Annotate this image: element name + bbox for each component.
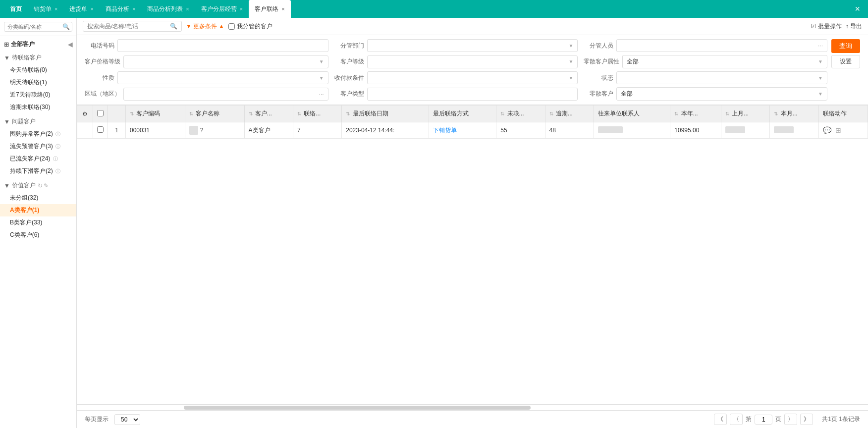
sidebar-item-overdue-contact[interactable]: 逾期未联络(30) [0,101,76,113]
filter-customer-type-label: 客户类型 [334,90,364,98]
row-checkbox[interactable] [97,126,104,133]
filter-phone: 电话号码 [85,39,328,52]
sidebar-search-area: 🔍 [0,18,76,36]
sidebar-item-hoarding-anomaly[interactable]: 囤购异常客户(2) ⓘ [0,128,76,140]
table-footer: 每页显示 50 《 〈 第 页 〉 》 共1页 1条记录 [77,410,868,428]
sidebar-item-churned[interactable]: 已流失客户(24) ⓘ [0,153,76,165]
filter-status-select[interactable]: ▼ [616,71,827,84]
section-value-customers-title[interactable]: ▼ 价值客户 ↻ ✎ [0,179,76,192]
nav-tab-customer-segment[interactable]: 客户分层经营 × [195,0,249,18]
sidebar-collapse-icon[interactable]: ◀ [68,41,72,48]
close-goods-analysis-list-tab[interactable]: × [186,6,189,12]
page-number-input[interactable] [755,415,772,425]
search-input[interactable] [87,23,168,30]
filter-nature: 性质 ▼ [85,71,328,84]
filter-retail-attr-label: 零散客户属性 [584,57,619,66]
batch-op-button[interactable]: ☑ 批量操作 [811,22,841,31]
filter-manager-select[interactable]: ··· [616,39,827,52]
page-next-button[interactable]: 〉 [784,414,797,425]
nav-tab-sales[interactable]: 销货单 × [28,0,63,18]
row-check-cell[interactable] [93,122,108,139]
my-customers-checkbox[interactable] [228,23,235,30]
close-customer-segment-tab[interactable]: × [240,6,243,12]
filter-price-level-select[interactable]: ▼ [123,55,328,68]
row-type-cell: A类客户 [244,122,293,139]
filter-customer-level-select[interactable]: ▼ [367,55,578,68]
last-contact-method-link[interactable]: 下销货单 [433,127,457,134]
sidebar-item-7days-contact[interactable]: 近7天待联络(0) [0,89,76,101]
filter-phone-input[interactable] [117,39,328,52]
section-pending-contact-title[interactable]: ▼ 待联络客户 [0,52,76,64]
col-contact-header[interactable]: ⇅ 联络... [293,106,341,122]
col-check-header[interactable] [93,106,108,122]
section-problem-customers-title[interactable]: ▼ 问题客户 [0,115,76,128]
section-arrow-icon2: ▼ [4,118,10,125]
export-button[interactable]: ↑ 导出 [846,22,862,31]
nav-tab-home[interactable]: 首页 [4,0,28,18]
page-last-button[interactable]: 》 [800,414,813,425]
filter-customer-type: 客户类型 [334,88,578,101]
close-customer-contact-tab[interactable]: × [281,6,284,12]
app-close-button[interactable]: × [851,4,864,14]
col-last-contact-date-header[interactable]: ⇅ 最后联络日期 [342,106,429,122]
select-all-checkbox[interactable] [97,110,104,116]
sidebar-item-class-a[interactable]: A类客户(1) [0,204,76,216]
col-no-contact-header[interactable]: ⇅ 未联... [496,106,545,122]
sidebar-item-churn-warning[interactable]: 流失预警客户(3) ⓘ [0,140,76,153]
sort-icon4: ⇅ [297,111,301,116]
filter-retail-customer-select[interactable]: 全部 ▼ [616,87,827,101]
filter-row-2: 客户价格等级 ▼ 客户等级 ▼ [85,55,827,68]
page-first-button[interactable]: 《 [714,414,727,425]
edit-group-icon[interactable]: ✎ [44,182,49,189]
col-name-header[interactable]: ⇅ 客户名称 [185,106,244,122]
search-bar: 🔍 ▼ 更多条件 ▲ 我分管的客户 ☑ 批量操作 ↑ 导出 [77,18,868,35]
page-prev-button[interactable]: 〈 [730,414,743,425]
search-input-wrap[interactable]: 🔍 [83,21,182,32]
horizontal-scrollbar[interactable] [184,406,531,410]
col-type-header[interactable]: ⇅ 客户... [244,106,293,122]
info-icon-4: ⓘ [55,168,60,174]
sidebar-item-class-c[interactable]: C类客户(6) [0,229,76,241]
sidebar-item-class-b[interactable]: B类客户(33) [0,216,76,229]
close-purchase-tab[interactable]: × [90,6,93,12]
filter-dept-select[interactable]: ▼ [367,39,578,52]
nav-tab-customer-contact[interactable]: 客户联络 × [249,0,290,18]
page-label: 第 [746,415,752,424]
col-overdue-header[interactable]: ⇅ 逾期... [545,106,594,122]
nav-tab-goods-analysis[interactable]: 商品分析 × [100,0,141,18]
sidebar-item-today-contact[interactable]: 今天待联络(0) [0,64,76,76]
customer-avatar [189,126,198,135]
section-problem-customers: ▼ 问题客户 囤购异常客户(2) ⓘ 流失预警客户(3) ⓘ 已流失客户(24)… [0,114,76,178]
settings-button[interactable]: 设置 [831,55,860,68]
query-button[interactable]: 查询 [831,39,860,53]
filter-retail-attr-select[interactable]: 全部 ▼ [622,55,827,68]
col-last-contact-method-header[interactable]: 最后联络方式 [429,106,496,122]
sidebar-all-customers-header[interactable]: ⊞ 全部客户 ◀ [0,36,76,51]
filter-payment-select[interactable]: ▼ [367,71,578,84]
col-this-year-header[interactable]: ⇅ 本年... [670,106,721,122]
filter-price-level-label: 客户价格等级 [85,57,120,66]
close-sales-tab[interactable]: × [54,6,57,12]
refresh-icon[interactable]: ↻ [38,182,43,189]
nav-tab-goods-analysis-list[interactable]: 商品分析列表 × [141,0,195,18]
qrcode-action-icon[interactable]: ⊞ [835,126,841,134]
sidebar-item-tomorrow-contact[interactable]: 明天待联络(1) [0,76,76,89]
filter-nature-select[interactable]: ▼ [117,71,328,84]
col-gear-header[interactable]: ⚙ [77,106,93,122]
close-goods-analysis-tab[interactable]: × [132,6,135,12]
filter-customer-type-select[interactable] [367,88,578,101]
page-size-select[interactable]: 50 [114,414,140,425]
col-last-month-header[interactable]: ⇅ 上月... [721,106,769,122]
nav-tab-purchase[interactable]: 进货单 × [63,0,99,18]
sidebar-item-ungrouped[interactable]: 未分组(32) [0,192,76,204]
sort-icon7: ⇅ [549,111,553,116]
filter-region-select[interactable]: ··· [123,88,328,101]
col-code-header[interactable]: ⇅ 客户编码 [126,106,185,122]
chat-action-icon[interactable]: 💬 [823,126,831,134]
more-conditions-button[interactable]: ▼ 更多条件 ▲ [186,22,224,31]
page-size-label: 每页显示 [85,415,108,424]
sidebar-item-declining[interactable]: 持续下滑客户(2) ⓘ [0,165,76,177]
my-customers-checkbox-wrap[interactable]: 我分管的客户 [228,22,272,31]
col-company-contact-header[interactable]: 往来单位联系人 [594,106,670,122]
col-this-month-header[interactable]: ⇅ 本月... [770,106,818,122]
